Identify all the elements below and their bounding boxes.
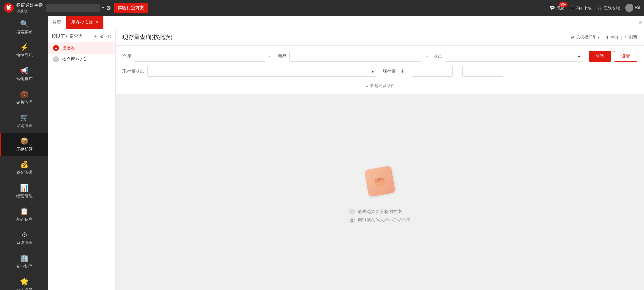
add-scheme-btn[interactable]: ＋ xyxy=(93,33,98,39)
sidebar-item-label: 库存核算 xyxy=(16,146,33,152)
product-more-btn[interactable]: ··· xyxy=(425,54,428,59)
panel-header-actions: ＋ ⚙ ≪ xyxy=(93,33,111,39)
header-search: ▾ ⚙ xyxy=(46,4,111,12)
filter-group-stock-qty: 现存量（主） — xyxy=(383,66,637,77)
export-label: 导出 xyxy=(610,34,618,40)
system-icon: ⚙ xyxy=(21,231,28,239)
filter-row-2: 现存量状态 ▾ 现存量（主） — xyxy=(122,66,637,77)
stock-qty-from[interactable] xyxy=(412,66,453,77)
sidebar-item-finance[interactable]: 💰 资金管理 xyxy=(0,156,48,180)
step-num-2: 2 xyxy=(349,217,355,223)
sidebar-item-basic-info[interactable]: 📋 基础信息 xyxy=(0,203,48,226)
export-btn[interactable]: ⬆ 导出 xyxy=(606,34,618,40)
sidebar-item-label: 快捷导航 xyxy=(16,53,33,58)
tab-home-label: 首页 xyxy=(52,19,61,25)
app-subtitle: 标准版 xyxy=(16,8,43,14)
page-header: 现存量查询(按批次) 🖨 按模板打印 ▾ ⬆ 导出 xyxy=(116,29,644,46)
sales-icon: 💼 xyxy=(20,90,29,98)
sidebar-item-label: 销售管理 xyxy=(16,99,33,105)
message-badge: 99+ xyxy=(559,2,568,7)
filter-settings-btn[interactable]: 设置 xyxy=(614,51,637,62)
sidebar-item-label: 基础信息 xyxy=(16,217,33,222)
app-download-label: App下载 xyxy=(576,5,592,11)
user-avatar-btn[interactable]: Rit xyxy=(625,4,640,12)
print-dropdown-icon: ▾ xyxy=(598,35,600,40)
warehouse-input[interactable] xyxy=(134,51,266,62)
sidebar-item-label: 采购管理 xyxy=(16,123,33,129)
status-select[interactable]: ▾ xyxy=(445,51,583,62)
filter-area: 仓库 ··· 商品 ··· 状态 xyxy=(116,46,644,94)
query-btn[interactable]: 查询 xyxy=(589,51,611,62)
sidebar-item-label: 系统管理 xyxy=(16,240,33,246)
tab-panel-close-btn[interactable]: ✕ xyxy=(637,19,644,26)
top-header: 畅 畅庚通好生意 标准版 ▾ ⚙ 体验行业方案 💬 消息 99+ 📱 App下载… xyxy=(0,0,644,16)
divider-1 xyxy=(603,35,603,40)
status-dropdown-icon: ▾ xyxy=(578,54,580,59)
status-label: 状态 xyxy=(434,53,442,59)
search-menu-icon: 🔍 xyxy=(20,20,29,28)
search-dropdown-btn[interactable]: ▾ xyxy=(102,5,104,10)
message-btn[interactable]: 💬 消息 99+ xyxy=(550,5,564,11)
message-icon: 💬 xyxy=(550,5,555,10)
sidebar-item-enterprise[interactable]: 🏢 企业协同 xyxy=(0,250,48,273)
page-header-actions: 🖨 按模板打印 ▾ ⬆ 导出 ↻ 刷新 xyxy=(571,34,637,40)
sidebar-item-inventory[interactable]: 📦 库存核算 xyxy=(0,133,48,156)
tab-batch-account[interactable]: 库存批次账 ✕ xyxy=(66,16,104,29)
sidebar-item-label: 企业协同 xyxy=(16,264,33,269)
refresh-btn[interactable]: ↻ 刷新 xyxy=(624,34,637,40)
basic-info-icon: 📋 xyxy=(20,207,29,215)
header-right: 💬 消息 99+ 📱 App下载 🎧 在线客服 Rit xyxy=(550,4,640,12)
chevron-up-icon: ▲ xyxy=(365,84,369,88)
sidebar-item-new-guide[interactable]: 🌟 新手引导 xyxy=(0,273,48,290)
panel-item-by-batch[interactable]: ● 按批次 xyxy=(48,42,115,54)
avatar xyxy=(625,4,633,12)
tab-home[interactable]: 首页 xyxy=(48,16,66,29)
warehouse-label: 仓库 xyxy=(122,53,131,59)
product-input[interactable] xyxy=(289,51,422,62)
empty-step-1-text: 请先选择要分析的方案 xyxy=(358,209,402,215)
enterprise-icon: 🏢 xyxy=(20,254,29,262)
phone-icon: 📱 xyxy=(570,5,575,10)
app-info: 畅庚通好生意 标准版 xyxy=(16,2,43,14)
filter-group-product: 商品 ··· xyxy=(278,51,428,62)
collapse-filter-btn[interactable]: ▲ 收起更多条件 xyxy=(122,81,637,89)
print-btn[interactable]: 🖨 按模板打印 ▾ xyxy=(571,34,600,40)
sidebar-item-label: 经营管理 xyxy=(16,193,33,199)
header-left: 畅 畅庚通好生意 标准版 ▾ ⚙ 体验行业方案 xyxy=(4,2,148,14)
online-service-label: 在线客服 xyxy=(604,5,620,11)
panel-title: 按以下方案查询 xyxy=(52,33,83,39)
filter-group-stock-status: 现存量状态 ▾ xyxy=(122,66,377,77)
marketing-icon: 📢 xyxy=(20,67,29,75)
collapse-panel-btn[interactable]: ≪ xyxy=(106,34,111,39)
search-input[interactable] xyxy=(46,4,100,12)
step-num-1: 1 xyxy=(349,209,355,215)
operations-icon: 📊 xyxy=(20,184,29,192)
settings-icon-btn[interactable]: ⚙ xyxy=(106,5,111,11)
right-content: 现存量查询(按批次) 🖨 按模板打印 ▾ ⬆ 导出 xyxy=(116,29,644,290)
export-icon: ⬆ xyxy=(606,35,609,40)
sidebar-item-label: 搜索菜单 xyxy=(16,29,33,35)
panel-item-by-warehouse-batch[interactable]: ○ 按仓库+批次 xyxy=(48,54,115,65)
sidebar-item-quick-nav[interactable]: ⚡ 快捷导航 xyxy=(0,39,48,62)
sidebar-item-purchase[interactable]: 🛒 采购管理 xyxy=(0,109,48,133)
app-title: 畅庚通好生意 xyxy=(16,2,43,8)
experience-btn[interactable]: 体验行业方案 xyxy=(114,3,148,13)
stock-status-select[interactable]: ▾ xyxy=(147,66,377,77)
by-warehouse-batch-icon: ○ xyxy=(53,56,59,62)
edit-scheme-btn[interactable]: ⚙ xyxy=(100,34,104,39)
tab-close-icon[interactable]: ✕ xyxy=(95,20,99,25)
online-service-btn[interactable]: 🎧 在线客服 xyxy=(597,5,620,11)
app-download-btn[interactable]: 📱 App下载 xyxy=(570,5,592,11)
sidebar-item-system[interactable]: ⚙ 系统管理 xyxy=(0,226,48,250)
sidebar-item-operations[interactable]: 📊 经营管理 xyxy=(0,180,48,203)
stock-qty-to[interactable] xyxy=(462,66,503,77)
sidebar-item-sales[interactable]: 💼 销售管理 xyxy=(0,86,48,109)
headset-icon: 🎧 xyxy=(597,5,602,10)
sidebar-item-marketing[interactable]: 📢 营销推广 xyxy=(0,62,48,86)
warehouse-more-btn[interactable]: ··· xyxy=(269,54,272,59)
sidebar-item-search-menu[interactable]: 🔍 搜索菜单 xyxy=(0,16,48,39)
print-icon: 🖨 xyxy=(571,35,575,40)
sidebar-item-label: 新手引导 xyxy=(16,287,33,290)
collapse-filter-label: 收起更多条件 xyxy=(370,83,395,89)
divider-2 xyxy=(621,35,622,40)
